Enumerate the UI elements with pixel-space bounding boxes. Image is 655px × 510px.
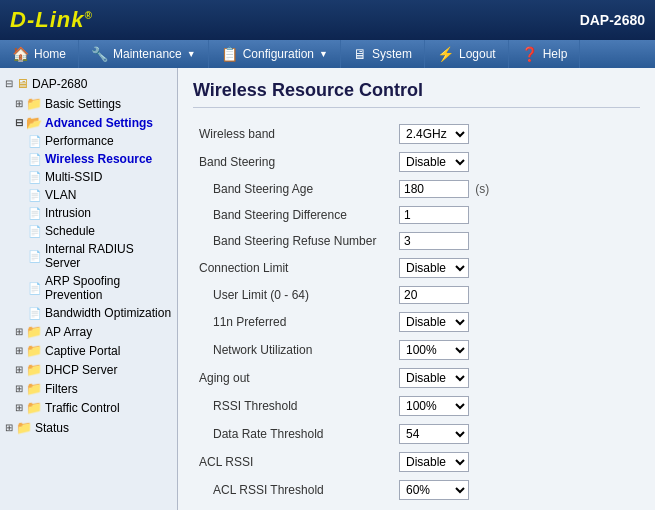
nav-logout[interactable]: ⚡ Logout <box>425 40 509 68</box>
sidebar-group-filters[interactable]: ⊞ 📁 Filters <box>0 379 177 398</box>
maintenance-arrow: ▼ <box>187 49 196 59</box>
aging-out-row: Aging out Disable Enable <box>193 364 640 392</box>
11n-preferred-cell: Disable Enable <box>393 308 640 336</box>
band-steering-age-label: Band Steering Age <box>193 176 393 202</box>
nav-maintenance-label: Maintenance <box>113 47 182 61</box>
nav-home-label: Home <box>34 47 66 61</box>
nav-configuration[interactable]: 📋 Configuration ▼ <box>209 40 341 68</box>
sidebar-group-ap-array[interactable]: ⊞ 📁 AP Array <box>0 322 177 341</box>
basic-expand-icon: ⊞ <box>15 98 23 109</box>
network-util-row: Network Utilization 100% 90% 80% <box>193 336 640 364</box>
main-layout: ⊟ 🖥 DAP-2680 ⊞ 📁 Basic Settings ⊟ 📂 Adva… <box>0 68 655 510</box>
settings-form: Wireless band 2.4GHz 5GHz Band Steering … <box>193 120 640 504</box>
config-icon: 📋 <box>221 46 238 62</box>
sidebar-root[interactable]: ⊟ 🖥 DAP-2680 <box>0 73 177 94</box>
data-rate-select[interactable]: 54 48 <box>399 424 469 444</box>
sidebar-basic-label: Basic Settings <box>45 97 121 111</box>
sidebar-item-bandwidth[interactable]: 📄 Bandwidth Optimization <box>0 304 177 322</box>
schedule-icon: 📄 <box>28 225 42 238</box>
rssi-threshold-cell: 100% 90% <box>393 392 640 420</box>
acl-rssi-label: ACL RSSI <box>193 448 393 476</box>
sidebar-item-schedule[interactable]: 📄 Schedule <box>0 222 177 240</box>
sidebar-item-wireless-resource[interactable]: 📄 Wireless Resource <box>0 150 177 168</box>
sidebar: ⊟ 🖥 DAP-2680 ⊞ 📁 Basic Settings ⊟ 📂 Adva… <box>0 68 178 510</box>
acl-rssi-threshold-select[interactable]: 60% 50% <box>399 480 469 500</box>
basic-folder-icon: 📁 <box>26 96 42 111</box>
sidebar-item-vlan[interactable]: 📄 VLAN <box>0 186 177 204</box>
band-steering-diff-input[interactable] <box>399 206 469 224</box>
captive-folder-icon: 📁 <box>26 343 42 358</box>
nav-logout-label: Logout <box>459 47 496 61</box>
logo-text: D-Link <box>10 7 84 32</box>
acl-rssi-threshold-row: ACL RSSI Threshold 60% 50% <box>193 476 640 504</box>
maintenance-icon: 🔧 <box>91 46 108 62</box>
band-steering-diff-label: Band Steering Difference <box>193 202 393 228</box>
sidebar-status[interactable]: ⊞ 📁 Status <box>0 417 177 438</box>
data-rate-label: Data Rate Threshold <box>193 420 393 448</box>
acl-rssi-threshold-label: ACL RSSI Threshold <box>193 476 393 504</box>
sidebar-vlan-label: VLAN <box>45 188 76 202</box>
rssi-threshold-select[interactable]: 100% 90% <box>399 396 469 416</box>
connection-limit-row: Connection Limit Disable Enable <box>193 254 640 282</box>
band-steering-select[interactable]: Disable Enable <box>399 152 469 172</box>
rssi-threshold-label: RSSI Threshold <box>193 392 393 420</box>
status-folder-icon: 📁 <box>16 420 32 435</box>
sidebar-item-performance[interactable]: 📄 Performance <box>0 132 177 150</box>
sidebar-group-captive[interactable]: ⊞ 📁 Captive Portal <box>0 341 177 360</box>
sidebar-group-traffic[interactable]: ⊞ 📁 Traffic Control <box>0 398 177 417</box>
user-limit-input[interactable] <box>399 286 469 304</box>
user-limit-row: User Limit (0 - 64) <box>193 282 640 308</box>
sidebar-captive-label: Captive Portal <box>45 344 120 358</box>
nav-home[interactable]: 🏠 Home <box>0 40 79 68</box>
band-steering-refuse-input[interactable] <box>399 232 469 250</box>
sidebar-filters-label: Filters <box>45 382 78 396</box>
band-steering-age-input[interactable] <box>399 180 469 198</box>
sidebar-group-basic[interactable]: ⊞ 📁 Basic Settings <box>0 94 177 113</box>
nav-config-label: Configuration <box>243 47 314 61</box>
content-area: Wireless Resource Control Wireless band … <box>178 68 655 510</box>
network-util-select[interactable]: 100% 90% 80% <box>399 340 469 360</box>
band-steering-label: Band Steering <box>193 148 393 176</box>
nav-system[interactable]: 🖥 System <box>341 40 425 68</box>
sidebar-item-arp[interactable]: 📄 ARP Spoofing Prevention <box>0 272 177 304</box>
sidebar-item-multi-ssid[interactable]: 📄 Multi-SSID <box>0 168 177 186</box>
sidebar-group-dhcp[interactable]: ⊞ 📁 DHCP Server <box>0 360 177 379</box>
dhcp-expand-icon: ⊞ <box>15 364 23 375</box>
config-arrow: ▼ <box>319 49 328 59</box>
connection-limit-select[interactable]: Disable Enable <box>399 258 469 278</box>
arp-icon: 📄 <box>28 282 42 295</box>
band-steering-diff-row: Band Steering Difference <box>193 202 640 228</box>
nav-help[interactable]: ❓ Help <box>509 40 581 68</box>
nav-maintenance[interactable]: 🔧 Maintenance ▼ <box>79 40 209 68</box>
logout-icon: ⚡ <box>437 46 454 62</box>
band-steering-cell: Disable Enable <box>393 148 640 176</box>
traffic-folder-icon: 📁 <box>26 400 42 415</box>
sidebar-schedule-label: Schedule <box>45 224 95 238</box>
aging-out-select[interactable]: Disable Enable <box>399 368 469 388</box>
rssi-threshold-row: RSSI Threshold 100% 90% <box>193 392 640 420</box>
acl-rssi-row: ACL RSSI Disable Enable <box>193 448 640 476</box>
sidebar-item-intrusion[interactable]: 📄 Intrusion <box>0 204 177 222</box>
navbar: 🏠 Home 🔧 Maintenance ▼ 📋 Configuration ▼… <box>0 40 655 68</box>
acl-rssi-select[interactable]: Disable Enable <box>399 452 469 472</box>
bandwidth-icon: 📄 <box>28 307 42 320</box>
sidebar-item-radius[interactable]: 📄 Internal RADIUS Server <box>0 240 177 272</box>
user-limit-label: User Limit (0 - 64) <box>193 282 393 308</box>
wireless-band-select[interactable]: 2.4GHz 5GHz <box>399 124 469 144</box>
root-expand-icon: ⊟ <box>5 78 13 89</box>
11n-preferred-select[interactable]: Disable Enable <box>399 312 469 332</box>
model-name: DAP-2680 <box>580 12 645 28</box>
system-icon: 🖥 <box>353 46 367 62</box>
ap-array-expand-icon: ⊞ <box>15 326 23 337</box>
wireless-band-label: Wireless band <box>193 120 393 148</box>
page-title: Wireless Resource Control <box>193 80 640 108</box>
sidebar-group-advanced[interactable]: ⊟ 📂 Advanced Settings <box>0 113 177 132</box>
sidebar-arp-label: ARP Spoofing Prevention <box>45 274 172 302</box>
sidebar-wireless-resource-label: Wireless Resource <box>45 152 152 166</box>
filters-expand-icon: ⊞ <box>15 383 23 394</box>
wireless-resource-icon: 📄 <box>28 153 42 166</box>
band-steering-age-row: Band Steering Age (s) <box>193 176 640 202</box>
root-folder-icon: 🖥 <box>16 76 29 91</box>
sidebar-ap-array-label: AP Array <box>45 325 92 339</box>
intrusion-icon: 📄 <box>28 207 42 220</box>
